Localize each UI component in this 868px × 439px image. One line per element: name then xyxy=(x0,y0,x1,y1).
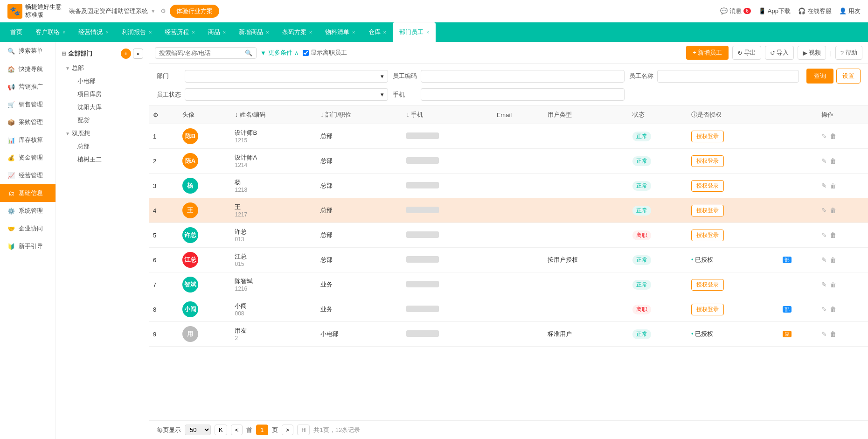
current-page-btn[interactable]: 1 xyxy=(256,425,268,435)
dept-filter-select[interactable]: ▾ xyxy=(185,70,388,83)
empstatus-filter-select[interactable]: ▾ xyxy=(185,88,388,101)
edit-btn[interactable]: ✎ xyxy=(821,132,827,140)
edit-btn[interactable]: ✎ xyxy=(821,281,827,288)
app-download-btn[interactable]: 📱 App下载 xyxy=(758,7,791,15)
show-inactive-checkbox[interactable] xyxy=(303,50,309,56)
user-btn[interactable]: 👤 用友 xyxy=(839,7,861,15)
auth-btn[interactable]: 授权登录 xyxy=(691,205,724,216)
sidebar-item-sales[interactable]: 🛒销售管理 xyxy=(0,96,56,113)
auth-btn[interactable]: 授权登录 xyxy=(691,279,724,291)
edit-btn[interactable]: ✎ xyxy=(821,256,827,264)
msg-btn[interactable]: 💬 消息 6 xyxy=(720,7,751,15)
nav-tab-仓库[interactable]: 仓库× xyxy=(362,22,393,42)
auth-btn[interactable]: 授权登录 xyxy=(691,230,724,241)
delete-btn[interactable]: 🗑 xyxy=(830,256,836,264)
nav-tab-部门员工[interactable]: 部门员工× xyxy=(393,22,436,42)
close-tab-icon[interactable]: × xyxy=(223,29,226,35)
sidebar-item-basic[interactable]: 🗂基础信息 xyxy=(0,184,56,202)
edit-btn[interactable]: ✎ xyxy=(821,330,827,338)
nav-tab-利润报告[interactable]: 利润报告× xyxy=(115,22,158,42)
close-tab-icon[interactable]: × xyxy=(105,29,108,35)
dept-tree-item[interactable]: 配货 xyxy=(56,114,149,127)
search-btn[interactable]: 查询 xyxy=(806,69,833,84)
col-phone[interactable]: ↕ 手机 xyxy=(403,106,493,124)
nav-tab-经营历程[interactable]: 经营历程× xyxy=(158,22,201,42)
dept-tree-item[interactable]: 总部 xyxy=(56,140,149,153)
phone-filter-input[interactable] xyxy=(421,88,624,101)
nav-tab-首页[interactable]: 首页 xyxy=(4,22,29,42)
nav-tab-新增商品[interactable]: 新增商品× xyxy=(232,22,275,42)
prev-page-btn[interactable]: < xyxy=(231,425,243,435)
sidebar-item-finance[interactable]: 💰资金管理 xyxy=(0,149,56,167)
search-input-wrap[interactable]: 🔍 xyxy=(155,47,257,59)
delete-btn[interactable]: 🗑 xyxy=(830,132,836,140)
dept-tree-item[interactable]: 小电部 xyxy=(56,75,149,88)
close-tab-icon[interactable]: × xyxy=(426,29,429,35)
system-dropdown-icon[interactable]: ▾ xyxy=(152,7,155,14)
delete-btn[interactable]: 🗑 xyxy=(830,231,836,239)
delete-btn[interactable]: 🗑 xyxy=(830,207,836,214)
close-tab-icon[interactable]: × xyxy=(352,29,355,35)
online-service-btn[interactable]: 🎧 在线客服 xyxy=(798,7,832,15)
empcode-filter-input[interactable] xyxy=(421,70,624,83)
empname-filter-input[interactable] xyxy=(657,70,799,83)
delete-btn[interactable]: 🗑 xyxy=(830,306,836,313)
show-inactive-wrap[interactable]: 显示离职员工 xyxy=(303,49,347,57)
search-submit-icon[interactable]: 🔍 xyxy=(245,49,252,56)
dept-tree-item[interactable]: 沈阳大库 xyxy=(56,101,149,114)
edit-btn[interactable]: ✎ xyxy=(821,157,827,165)
delete-btn[interactable]: 🗑 xyxy=(830,157,836,165)
nav-tab-商品[interactable]: 商品× xyxy=(201,22,232,42)
search-input[interactable] xyxy=(159,49,243,56)
close-tab-icon[interactable]: × xyxy=(309,29,312,35)
dept-tree-item[interactable]: ▼双鹿想 xyxy=(56,127,149,140)
set-btn[interactable]: 设置 xyxy=(836,69,861,84)
close-tab-icon[interactable]: × xyxy=(149,29,152,35)
delete-btn[interactable]: 🗑 xyxy=(830,330,836,338)
edit-btn[interactable]: ✎ xyxy=(821,306,827,313)
dept-tree-item[interactable]: 项目库房 xyxy=(56,88,149,101)
dept-add-btn[interactable]: + xyxy=(121,49,131,59)
sidebar-item-inventory[interactable]: 📊库存核算 xyxy=(0,131,56,149)
auth-btn[interactable]: 授权登录 xyxy=(691,304,724,315)
search-menu-item[interactable]: 🔍 搜索菜单 xyxy=(0,42,56,60)
auth-btn[interactable]: 授权登录 xyxy=(691,131,724,142)
nav-tab-经营情况[interactable]: 经营情况× xyxy=(72,22,115,42)
dept-tree-item[interactable]: ▼总部 xyxy=(56,62,149,75)
dept-collapse-btn[interactable]: « xyxy=(133,49,143,59)
import-btn[interactable]: ↺ 导入 xyxy=(765,46,794,60)
sidebar-item-system[interactable]: ⚙️系统管理 xyxy=(0,202,56,220)
add-employee-btn[interactable]: + 新增员工 xyxy=(686,46,729,60)
col-name[interactable]: ↕ 姓名/编码 xyxy=(231,106,317,124)
edit-btn[interactable]: ✎ xyxy=(821,207,827,214)
dept-tree-item[interactable]: 植树王二 xyxy=(56,153,149,166)
auth-btn[interactable]: 授权登录 xyxy=(691,155,724,167)
more-conditions-btn[interactable]: ▼ 更多条件 ∧ xyxy=(260,49,299,57)
sidebar-item-marketing[interactable]: 📢营销推广 xyxy=(0,78,56,96)
nav-tab-物料清单[interactable]: 物料清单× xyxy=(319,22,361,42)
sidebar-item-quick-nav[interactable]: 🏠快捷导航 xyxy=(0,60,56,78)
close-tab-icon[interactable]: × xyxy=(192,29,194,35)
sidebar-item-operation[interactable]: 📈经营管理 xyxy=(0,167,56,184)
first-page-btn[interactable]: K xyxy=(215,425,227,435)
auth-btn[interactable]: 授权登录 xyxy=(691,180,724,192)
next-page-btn[interactable]: > xyxy=(282,425,294,435)
close-tab-icon[interactable]: × xyxy=(62,29,65,35)
sidebar-item-enterprise[interactable]: 🤝企业协同 xyxy=(0,220,56,237)
delete-btn[interactable]: 🗑 xyxy=(830,182,836,189)
export-btn[interactable]: ↻ 导出 xyxy=(732,46,761,60)
per-page-select[interactable]: 50 20 100 xyxy=(185,425,211,435)
view-btn[interactable]: ▶ 视频 xyxy=(798,46,826,60)
col-dept[interactable]: ↕ 部门/职位 xyxy=(317,106,403,124)
nav-tab-客户联络[interactable]: 客户联络× xyxy=(29,22,72,42)
sidebar-item-purchase[interactable]: 📦采购管理 xyxy=(0,113,56,131)
sidebar-item-guide[interactable]: 🔰新手引导 xyxy=(0,237,56,255)
help-btn[interactable]: ? 帮助 xyxy=(835,46,862,60)
last-page-btn[interactable]: H xyxy=(297,425,310,435)
col-settings[interactable]: ⚙ xyxy=(149,106,179,124)
close-tab-icon[interactable]: × xyxy=(383,29,386,35)
close-tab-icon[interactable]: × xyxy=(266,29,269,35)
nav-tab-条码方案[interactable]: 条码方案× xyxy=(276,22,319,42)
edit-btn[interactable]: ✎ xyxy=(821,182,827,189)
edit-btn[interactable]: ✎ xyxy=(821,231,827,239)
